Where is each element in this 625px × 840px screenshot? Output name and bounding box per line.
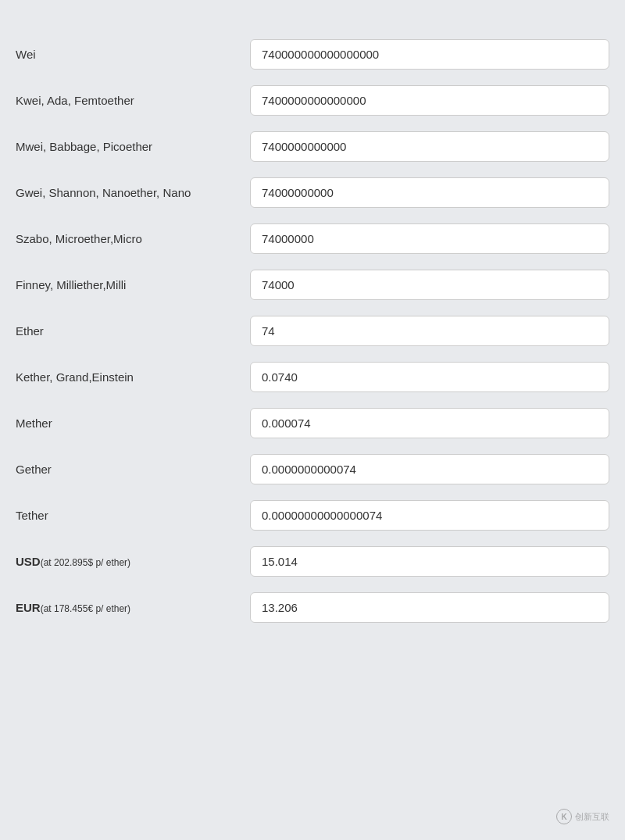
watermark-text: 创新互联: [575, 811, 609, 823]
row-value-0: 740000000000000000: [250, 39, 609, 70]
row-value-2: 7400000000000: [250, 131, 609, 162]
row-value-11: 15.014: [250, 546, 609, 577]
table-row: Mwei, Babbage, Picoether7400000000000: [16, 123, 609, 170]
row-label-6: Ether: [16, 324, 250, 338]
row-label-4: Szabo, Microether,Micro: [16, 232, 250, 245]
row-label-8: Mether: [16, 416, 250, 430]
row-label-7: Kether, Grand,Einstein: [16, 370, 250, 384]
row-value-10: 0.00000000000000074: [250, 500, 609, 531]
row-label-5: Finney, Milliether,Milli: [16, 278, 250, 291]
row-value-4: 74000000: [250, 223, 609, 254]
row-label-0: Wei: [16, 48, 250, 61]
watermark-icon: K: [556, 809, 572, 824]
row-label-2: Mwei, Babbage, Picoether: [16, 140, 250, 153]
row-value-3: 74000000000: [250, 177, 609, 208]
row-label-3: Gwei, Shannon, Nanoether, Nano: [16, 186, 250, 199]
main-container: Wei740000000000000000Kwei, Ada, Femtoeth…: [16, 31, 609, 631]
row-value-7: 0.0740: [250, 362, 609, 392]
row-value-12: 13.206: [250, 592, 609, 623]
table-row: Szabo, Microether,Micro74000000: [16, 216, 609, 262]
table-row: Ether74: [16, 308, 609, 354]
table-row: Wei740000000000000000: [16, 31, 609, 77]
row-label-1: Kwei, Ada, Femtoether: [16, 94, 250, 107]
row-value-5: 74000: [250, 270, 609, 300]
table-row: Finney, Milliether,Milli74000: [16, 262, 609, 308]
table-row: Gether0.0000000000074: [16, 446, 609, 492]
row-label-12: EUR(at 178.455€ p/ ether): [16, 601, 250, 614]
row-value-6: 74: [250, 316, 609, 346]
table-row: USD(at 202.895$ p/ ether)15.014: [16, 538, 609, 584]
row-label-9: Gether: [16, 463, 250, 476]
row-label-10: Tether: [16, 509, 250, 522]
row-value-1: 7400000000000000: [250, 85, 609, 116]
table-row: Kwei, Ada, Femtoether7400000000000000: [16, 77, 609, 123]
row-value-9: 0.0000000000074: [250, 454, 609, 484]
table-row: Tether0.00000000000000074: [16, 492, 609, 538]
table-row: Mether0.000074: [16, 400, 609, 446]
row-label-11: USD(at 202.895$ p/ ether): [16, 555, 250, 568]
table-row: EUR(at 178.455€ p/ ether)13.206: [16, 584, 609, 631]
watermark: K 创新互联: [556, 809, 609, 824]
table-row: Kether, Grand,Einstein0.0740: [16, 354, 609, 400]
row-value-8: 0.000074: [250, 408, 609, 438]
table-row: Gwei, Shannon, Nanoether, Nano7400000000…: [16, 170, 609, 216]
